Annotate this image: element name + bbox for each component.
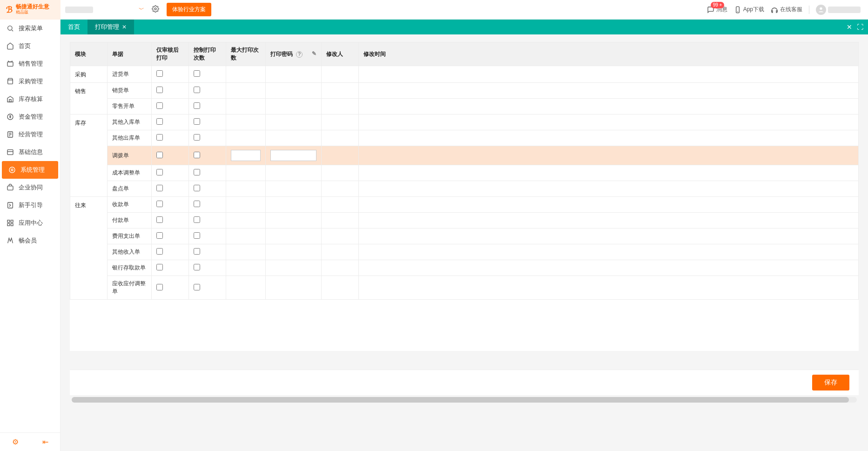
- audit-checkbox[interactable]: [156, 284, 163, 290]
- sidebar-item-corp[interactable]: 企业协同: [0, 179, 60, 196]
- max-cell: [226, 114, 266, 130]
- edit-icon[interactable]: ✎: [312, 50, 316, 57]
- max-cell: [226, 99, 266, 114]
- ctrl-checkbox[interactable]: [194, 284, 200, 290]
- ctrl-checkbox[interactable]: [194, 152, 200, 158]
- sidebar-item-home[interactable]: 首页: [0, 37, 60, 55]
- online-service-button[interactable]: 在线客服: [771, 6, 802, 13]
- pwd-cell: [266, 213, 322, 229]
- collapse-icon[interactable]: ⇤: [42, 438, 48, 446]
- ctrl-checkbox[interactable]: [194, 264, 200, 270]
- modtime-cell: [359, 99, 859, 114]
- org-selector[interactable]: ﹀: [61, 0, 149, 20]
- th-modtime: 修改时间: [359, 42, 859, 66]
- audit-checkbox[interactable]: [156, 264, 163, 270]
- ctrl-checkbox[interactable]: [194, 102, 200, 109]
- org-name-blur: [65, 7, 93, 13]
- audit-checkbox[interactable]: [156, 248, 163, 255]
- scrollbar-thumb[interactable]: [72, 397, 849, 403]
- tab-打印管理[interactable]: 打印管理✕: [87, 20, 134, 34]
- save-button[interactable]: 保存: [812, 375, 849, 390]
- th-pwd: 打印密码 ? ✎: [266, 42, 322, 66]
- doc-cell: 银行存取款单: [108, 260, 152, 276]
- audit-cell: [152, 165, 189, 181]
- ctrl-checkbox[interactable]: [194, 169, 200, 175]
- ctrl-checkbox[interactable]: [194, 87, 200, 93]
- messages-button[interactable]: 99 + 消息: [707, 6, 727, 13]
- ctrl-checkbox[interactable]: [194, 134, 200, 141]
- brand-logo: ℬ 畅捷通好生意 精品版: [0, 0, 61, 20]
- modtime-cell: [359, 197, 859, 213]
- ctrl-checkbox[interactable]: [194, 248, 200, 255]
- audit-checkbox[interactable]: [156, 185, 163, 191]
- max-cell: [226, 229, 266, 244]
- audit-checkbox[interactable]: [156, 118, 163, 125]
- sidebar-item-member[interactable]: 畅会员: [0, 232, 60, 249]
- sidebar-item-purchase[interactable]: 采购管理: [0, 73, 60, 90]
- sidebar-item-label: 新手引导: [19, 201, 43, 209]
- ctrl-checkbox[interactable]: [194, 70, 200, 77]
- settings-icon[interactable]: ⚙: [12, 438, 19, 446]
- sidebar-item-sales[interactable]: 销售管理: [0, 55, 60, 73]
- sidebar-item-ops[interactable]: 经营管理: [0, 126, 60, 143]
- sidebar-item-inventory[interactable]: 库存核算: [0, 90, 60, 108]
- divider: [809, 6, 809, 14]
- audit-checkbox[interactable]: [156, 87, 163, 93]
- sidebar-item-funds[interactable]: 资金管理: [0, 108, 60, 126]
- sidebar-item-label: 基础信息: [19, 148, 43, 156]
- modifier-cell: [322, 197, 359, 213]
- sidebar-item-guide[interactable]: 新手引导: [0, 196, 60, 214]
- table-row: 往来收款单: [70, 197, 859, 213]
- audit-cell: [152, 114, 189, 130]
- tab-首页[interactable]: 首页: [61, 20, 87, 34]
- audit-checkbox[interactable]: [156, 232, 163, 239]
- pwd-input[interactable]: [270, 150, 316, 161]
- modtime-cell: [359, 181, 859, 197]
- modifier-cell: [322, 83, 359, 99]
- max-cell: [226, 260, 266, 276]
- sidebar-item-search[interactable]: 搜索菜单: [0, 20, 60, 37]
- audit-cell: [152, 197, 189, 213]
- audit-cell: [152, 244, 189, 260]
- audit-checkbox[interactable]: [156, 134, 163, 141]
- table-row: 零售开单: [70, 99, 859, 114]
- tab-close-all-icon[interactable]: ✕: [847, 23, 852, 31]
- doc-cell: 费用支出单: [108, 229, 152, 244]
- ctrl-checkbox[interactable]: [194, 118, 200, 125]
- max-input[interactable]: [231, 150, 261, 161]
- top-header: ℬ 畅捷通好生意 精品版 ﹀ 体验行业方案 99 + 消息 App下载 在线客服: [0, 0, 868, 20]
- ctrl-checkbox[interactable]: [194, 185, 200, 191]
- table-row: 采购进货单: [70, 66, 859, 83]
- sidebar-item-basic[interactable]: 基础信息: [0, 143, 60, 161]
- audit-checkbox[interactable]: [156, 201, 163, 207]
- help-icon[interactable]: ?: [296, 51, 303, 58]
- ctrl-cell: [189, 244, 226, 260]
- pwd-cell: [266, 276, 322, 300]
- horizontal-scrollbar[interactable]: [72, 397, 857, 403]
- fullscreen-icon[interactable]: ⛶: [857, 23, 863, 31]
- app-download-button[interactable]: App下载: [734, 6, 764, 13]
- industry-plan-button[interactable]: 体验行业方案: [167, 3, 211, 16]
- ctrl-checkbox[interactable]: [194, 201, 200, 207]
- brand-glyph-icon: ℬ: [5, 5, 14, 14]
- svg-rect-1: [736, 7, 739, 13]
- audit-checkbox[interactable]: [156, 169, 163, 175]
- sidebar-item-apps[interactable]: 应用中心: [0, 214, 60, 232]
- brand-sub: 精品版: [16, 9, 49, 15]
- table-row: 费用支出单: [70, 229, 859, 244]
- sidebar-item-sys[interactable]: 系统管理: [2, 161, 58, 179]
- tab-close-icon[interactable]: ✕: [122, 24, 127, 30]
- ctrl-checkbox[interactable]: [194, 216, 200, 223]
- ctrl-checkbox[interactable]: [194, 232, 200, 239]
- pwd-cell: [266, 244, 322, 260]
- audit-checkbox[interactable]: [156, 152, 163, 158]
- audit-checkbox[interactable]: [156, 70, 163, 77]
- user-menu[interactable]: [816, 5, 861, 15]
- th-ctrl: 控制打印次数: [189, 42, 226, 66]
- audit-checkbox[interactable]: [156, 102, 163, 109]
- gear-icon[interactable]: [149, 5, 162, 14]
- sidebar-item-label: 畅会员: [19, 236, 37, 245]
- audit-checkbox[interactable]: [156, 216, 163, 223]
- footer-bar: 保存: [70, 370, 859, 395]
- max-cell: [226, 197, 266, 213]
